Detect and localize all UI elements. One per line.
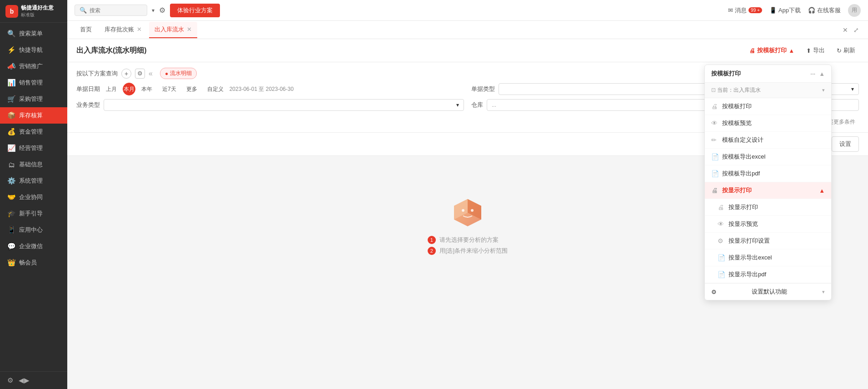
date-btn-more[interactable]: 更多 [182, 84, 201, 95]
tab-flow-detail[interactable]: 出入库流水 ✕ [149, 22, 197, 38]
sidebar-item-label-purchase: 采购管理 [19, 95, 43, 103]
display-section-chevron[interactable]: ▲ [819, 187, 825, 194]
export-icon: ⬆ [806, 47, 811, 54]
sidebar-item-operation[interactable]: 📈 经营管理 [0, 140, 67, 156]
sidebar-item-label-inventory: 库存核算 [19, 111, 43, 120]
plus-icon: + [125, 70, 128, 77]
sidebar-item-label-marketing: 营销推广 [19, 62, 43, 70]
sidebar-item-inventory[interactable]: 📦 库存核算 [0, 107, 67, 124]
dropdown-item-display-settings[interactable]: ⚙ 按显示打印设置 [705, 233, 831, 249]
coop-icon: 🤝 [7, 193, 15, 201]
sidebar-item-basic[interactable]: 🗂 基础信息 [0, 156, 67, 173]
sidebar-item-label-operation: 经营管理 [19, 144, 43, 152]
sidebar-item-label-coop: 企业协同 [19, 193, 43, 201]
hint-num-2: 2 [428, 247, 436, 255]
dropdown-display-section-header[interactable]: 🖨 按显示打印 ▲ [705, 182, 831, 199]
filter-setting-button[interactable]: ⚙ [135, 69, 145, 79]
warehouse-label: 仓库 [471, 101, 483, 109]
sidebar-item-coop[interactable]: 🤝 企业协同 [0, 189, 67, 205]
industry-solution-button[interactable]: 体验行业方案 [170, 4, 220, 17]
dropdown-item-display-excel[interactable]: 📄 按显示导出excel [705, 249, 831, 266]
wechat-icon: 💬 [7, 242, 15, 250]
sidebar-item-finance[interactable]: 💰 资金管理 [0, 124, 67, 140]
tab-batch-close-icon[interactable]: ✕ [137, 26, 142, 33]
sidebar-item-marketing[interactable]: 📣 营销推广 [0, 58, 67, 75]
search-icon: 🔍 [7, 30, 15, 38]
display-print-icon: 🖨 [718, 204, 725, 211]
sidebar-item-newbie[interactable]: 🎓 新手引导 [0, 205, 67, 222]
dropdown-item-display-print[interactable]: 🖨 按显示打印 [705, 199, 831, 216]
business-type-select[interactable]: ▾ [104, 99, 464, 111]
topbar-dropdown-icon[interactable]: ▾ [152, 7, 155, 14]
sidebar-item-purchase[interactable]: 🛒 采购管理 [0, 91, 67, 107]
refresh-button[interactable]: ↻ 刷新 [833, 45, 859, 56]
date-btn-last-month[interactable]: 上月 [102, 84, 121, 95]
dropdown-item-template-print[interactable]: 🖨 按模板打印 [705, 98, 831, 115]
dropdown-current-chevron[interactable]: ▾ [822, 87, 825, 93]
sidebar-item-system[interactable]: ⚙️ 系统管理 [0, 173, 67, 189]
sidebar-item-search[interactable]: 🔍 搜索菜单 [0, 25, 67, 42]
message-icon: ✉ [728, 7, 733, 14]
date-btn-custom[interactable]: 自定义 [203, 84, 228, 95]
dropdown-item-label-template-excel: 按模板导出excel [722, 153, 765, 161]
filter-add-button[interactable]: + [121, 69, 131, 79]
dropdown-footer[interactable]: ⚙ 设置默认功能 ▾ [705, 283, 831, 300]
dropdown-item-template-custom[interactable]: ✏ 模板自定义设计 [705, 132, 831, 149]
sidebar-item-quick-nav[interactable]: ⚡ 快捷导航 [0, 42, 67, 58]
footer-gear-icon: ⚙ [711, 289, 717, 295]
dropdown-expand-icon[interactable]: ▲ [819, 70, 825, 77]
dropdown-item-template-pdf[interactable]: 📄 按模板导出pdf [705, 165, 831, 182]
filter-label-group: 按以下方案查询 + ⚙ « [76, 69, 153, 79]
sidebar-item-label-wechat: 企业微信 [19, 242, 43, 250]
dropdown-item-label-template-custom: 模板自定义设计 [722, 136, 763, 144]
topbar-search[interactable]: 🔍 [75, 5, 147, 16]
sidebar-item-label-basic: 基础信息 [19, 160, 43, 169]
tab-maximize-icon[interactable]: ⤢ [852, 25, 861, 35]
sidebar-item-vip[interactable]: 👑 畅会员 [0, 254, 67, 271]
avatar[interactable]: 用 [848, 4, 861, 17]
dropdown-item-label-template-pdf: 按模板导出pdf [722, 170, 760, 178]
sidebar-footer: ⚙ ◀▶ [0, 371, 67, 389]
topbar-gear-icon[interactable]: ⚙ [159, 6, 165, 15]
dropdown-item-display-preview[interactable]: 👁 按显示预览 [705, 216, 831, 233]
app-download-button[interactable]: 📱 App下载 [769, 6, 801, 15]
date-btn-this-year[interactable]: 本年 [137, 84, 156, 95]
hint-num-1: 1 [428, 236, 436, 244]
sidebar-settings-icon[interactable]: ⚙ [7, 376, 13, 384]
date-filter: 单据日期 上月 本月 本年 近7天 更多 自定义 2023-06-01 至 20… [76, 83, 464, 95]
sidebar-collapse-icon[interactable]: ◀▶ [19, 376, 30, 384]
online-service-button[interactable]: 🎧 在线客服 [808, 6, 841, 15]
tab-flow-close-icon[interactable]: ✕ [187, 26, 192, 33]
date-btn-this-month[interactable]: 本月 [123, 83, 135, 95]
tab-home-label: 首页 [80, 25, 92, 34]
tab-home[interactable]: 首页 [75, 22, 97, 38]
date-btn-7days[interactable]: 近7天 [158, 84, 180, 95]
sidebar: b 畅捷通好生意 标准版 🔍 搜索菜单 ⚡ 快捷导航 📣 营销推广 📊 销售管理… [0, 0, 67, 389]
system-icon: ⚙️ [7, 177, 15, 185]
print-template-button[interactable]: 🖨 按模板打印 ▲ [746, 45, 798, 56]
message-button[interactable]: ✉ 消息 99 + [728, 6, 762, 15]
sidebar-item-wechat[interactable]: 💬 企业微信 [0, 238, 67, 254]
dropdown-item-template-excel[interactable]: 📄 按模板导出excel [705, 149, 831, 165]
dropdown-item-display-pdf[interactable]: 📄 按显示导出pdf [705, 266, 831, 283]
print-dropdown-chevron[interactable]: ▲ [788, 47, 794, 54]
dropdown-item-label-template-preview: 按模板预览 [722, 119, 752, 127]
dropdown-item-template-preview[interactable]: 👁 按模板预览 [705, 115, 831, 132]
message-badge: 99 + [748, 7, 762, 13]
dropdown-more-icon[interactable]: ··· [810, 70, 815, 77]
pdf-item-icon: 📄 [711, 170, 718, 177]
settings-button[interactable]: 设置 [832, 136, 859, 152]
dropdown-header: 按模板打印 ··· ▲ [705, 65, 831, 83]
sales-icon: 📊 [7, 79, 15, 87]
search-input[interactable] [90, 7, 135, 14]
export-button[interactable]: ⬆ 导出 [803, 45, 828, 56]
flow-tag[interactable]: ● 流水明细 [160, 68, 197, 79]
display-pdf-icon: 📄 [718, 271, 725, 278]
sidebar-item-sales[interactable]: 📊 销售管理 [0, 75, 67, 91]
tab-batch-account[interactable]: 库存批次账 ✕ [99, 22, 147, 38]
filter-collapse-btn-left[interactable]: « [149, 70, 153, 78]
empty-state-icon [445, 183, 490, 229]
tab-close-all-icon[interactable]: ✕ [841, 25, 850, 35]
sidebar-item-appcenter[interactable]: 📱 应用中心 [0, 222, 67, 238]
dropdown-footer-chevron[interactable]: ▾ [822, 289, 825, 295]
